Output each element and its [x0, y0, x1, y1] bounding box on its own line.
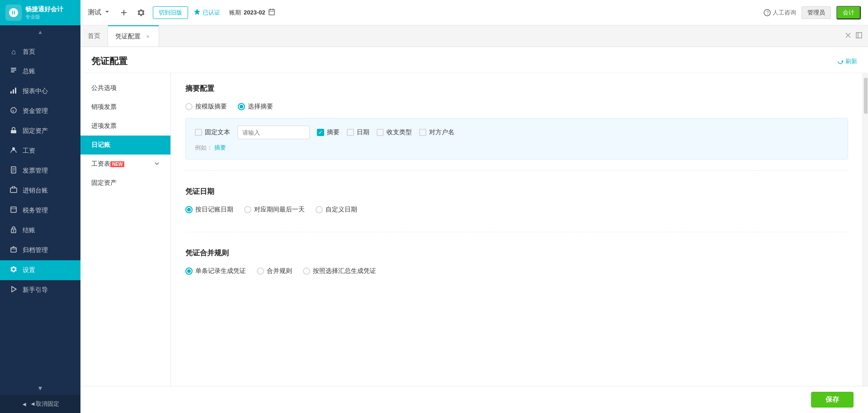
guide-icon [9, 286, 18, 295]
settings-icon [9, 266, 18, 275]
content-area: 凭证配置 刷新 公共选项 销项发票 [80, 47, 868, 413]
svg-rect-8 [11, 130, 16, 133]
switch-version-button[interactable]: 切到旧版 [153, 6, 188, 19]
checkbox-date[interactable]: 日期 [347, 128, 369, 136]
calendar-icon[interactable] [268, 8, 275, 17]
nav-fixed-asset[interactable]: 固定资产 [80, 174, 170, 192]
checkbox-income-type[interactable]: 收支类型 [377, 128, 412, 136]
close-tab-button[interactable] [844, 32, 852, 41]
sidebar-item-invoice[interactable]: 发票管理 [0, 161, 80, 181]
nav-journal[interactable]: 日记账 [80, 136, 170, 155]
radio-merge[interactable]: 合并规则 [257, 267, 292, 275]
svg-marker-25 [194, 9, 200, 15]
sidebar: 畅捷通好会计 专业版 ▲ ⌂ 首页 总账 报表中心 [0, 0, 80, 413]
bottom-bar: 保存 [80, 386, 868, 413]
save-button[interactable]: 保存 [811, 392, 854, 408]
maximize-button[interactable] [855, 32, 863, 41]
page-title: 凭证配置 [91, 55, 127, 67]
topbar-actions [118, 6, 147, 19]
radio-custom-date[interactable]: 自定义日期 [316, 206, 357, 214]
radio-select-summary[interactable]: 选择摘要 [238, 103, 273, 111]
sidebar-item-settings[interactable]: 设置 [0, 260, 80, 280]
sidebar-item-tax[interactable]: 税务管理 [0, 201, 80, 221]
date-title: 凭证日期 [185, 187, 848, 197]
invoice-icon [9, 166, 18, 175]
nav-sales-invoice[interactable]: 销项发票 [80, 98, 170, 117]
asset-icon [9, 127, 18, 136]
add-button[interactable] [118, 6, 130, 19]
settings-gear-button[interactable] [135, 6, 147, 19]
checkbox-counterpart[interactable]: 对方户名 [419, 128, 454, 136]
sidebar-item-capital[interactable]: ¥ 资金管理 [0, 101, 80, 121]
refresh-button[interactable]: 刷新 [837, 57, 857, 66]
radio-selected-summary[interactable]: 按照选择汇总生成凭证 [303, 267, 376, 275]
svg-rect-2 [11, 71, 14, 72]
radio-merge-circle [257, 268, 264, 275]
svg-text:?: ? [766, 10, 769, 15]
svg-rect-3 [10, 91, 12, 94]
checkbox-summary[interactable]: ✓ 摘要 [317, 128, 340, 136]
role-button[interactable]: 会计 [836, 6, 861, 19]
tax-icon [9, 206, 18, 215]
merge-title: 凭证合并规则 [185, 249, 848, 258]
certified-icon [193, 8, 201, 17]
new-badge: NEW [110, 161, 124, 167]
page-body: 凭证配置 刷新 公共选项 销项发票 [80, 47, 868, 413]
nav-payroll[interactable]: 工资表 NEW [80, 155, 170, 174]
nav-purchase-invoice[interactable]: 进项发票 [80, 117, 170, 136]
summary-options-row: 固定文本 ✓ 摘要 日期 [195, 126, 839, 139]
radio-period-last[interactable]: 对应期间最后一天 [244, 206, 305, 214]
tab-voucher-config[interactable]: 凭证配置 × [108, 25, 159, 47]
unfix-sidebar-button[interactable]: ◄ ◄取消固定 [0, 395, 80, 413]
topbar: 测试 切到旧版 已认证 账期 [80, 0, 868, 25]
sidebar-scroll-down[interactable]: ▼ [0, 381, 80, 395]
svg-point-18 [13, 230, 14, 232]
close-account-icon [9, 226, 18, 235]
sidebar-item-guide[interactable]: 新手引导 [0, 280, 80, 300]
arrow-down-icon: ▼ [37, 385, 43, 392]
svg-rect-34 [856, 33, 862, 38]
svg-rect-0 [11, 68, 16, 69]
svg-text:¥: ¥ [12, 109, 14, 113]
help-button[interactable]: ? 人工咨询 [764, 9, 796, 17]
radio-single[interactable]: 单条记录生成凭证 [185, 267, 246, 275]
sidebar-item-asset[interactable]: 固定资产 [0, 121, 80, 141]
radio-template-summary[interactable]: 按模版摘要 [185, 103, 227, 111]
sidebar-item-home[interactable]: ⌂ 首页 [0, 42, 80, 61]
counterpart-checkbox [419, 129, 426, 136]
date-checkbox [347, 129, 354, 136]
chevron-down-icon [154, 160, 160, 168]
purchase-sale-icon [9, 186, 18, 195]
logo-icon [5, 5, 22, 21]
report-icon [9, 87, 18, 96]
svg-rect-26 [269, 9, 274, 15]
archive-icon [9, 246, 18, 255]
tab-close-button[interactable]: × [144, 33, 151, 40]
svg-rect-4 [13, 89, 14, 94]
fixed-text-input[interactable] [237, 126, 310, 139]
sidebar-scroll-up[interactable]: ▲ [0, 25, 80, 39]
svg-rect-19 [11, 248, 16, 252]
svg-rect-5 [15, 88, 16, 94]
certified-badge: 已认证 [193, 8, 220, 17]
fixed-text-checkbox [195, 129, 202, 136]
left-nav: 公共选项 销项发票 进项发票 日记账 工资表 NEW [80, 73, 171, 386]
right-scrollbar[interactable] [863, 73, 868, 386]
summary-section: 摘要配置 按模版摘要 选择摘要 [185, 84, 848, 171]
sidebar-logo: 畅捷通好会计 专业版 [0, 0, 80, 25]
radio-daily[interactable]: 按日记账日期 [185, 206, 233, 214]
sidebar-item-report[interactable]: 报表中心 [0, 81, 80, 101]
sidebar-item-close[interactable]: 结账 [0, 221, 80, 240]
tab-home[interactable]: 首页 [80, 25, 108, 47]
nav-public[interactable]: 公共选项 [80, 79, 170, 98]
sidebar-item-archive[interactable]: 归档管理 [0, 240, 80, 260]
sidebar-item-wage[interactable]: 工资 [0, 141, 80, 161]
project-selector[interactable]: 测试 [88, 8, 110, 17]
config-panel: 摘要配置 按模版摘要 选择摘要 [171, 73, 863, 386]
merge-section: 凭证合并规则 单条记录生成凭证 合并规则 [185, 249, 848, 293]
logo-text: 畅捷通好会计 专业版 [25, 5, 63, 20]
sidebar-item-ledger[interactable]: 总账 [0, 61, 80, 81]
checkbox-fixed-text[interactable]: 固定文本 [195, 128, 230, 136]
user-button[interactable]: 管理员 [802, 6, 831, 19]
sidebar-item-purchase-sale[interactable]: 进销台账 [0, 181, 80, 201]
